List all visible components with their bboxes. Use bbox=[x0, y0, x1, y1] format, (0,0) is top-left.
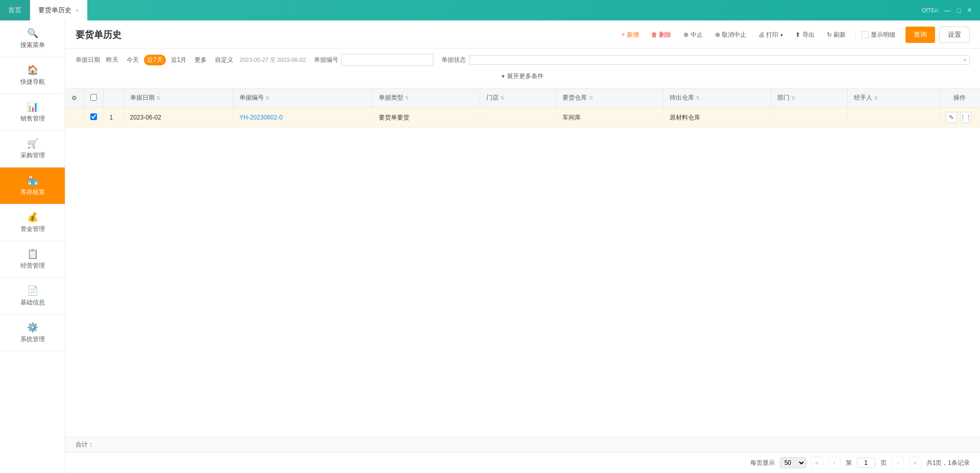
date-pill-1month[interactable]: 近1月 bbox=[168, 55, 190, 65]
print-button[interactable]: 🖨 打印 ▾ bbox=[755, 29, 786, 41]
content-area: 要货单历史 + 新增 🗑 删除 ⊗ 中止 ⊗ 取消中止 bbox=[65, 20, 980, 473]
cancel-stop-label: ⊗ 取消中止 bbox=[715, 31, 746, 39]
per-page-select[interactable]: 50 10 20 100 bbox=[780, 457, 806, 468]
tab-home[interactable]: 首页 bbox=[0, 0, 30, 20]
cell-handler bbox=[847, 108, 939, 128]
row-delete-button[interactable]: ⋮⋮ bbox=[960, 112, 971, 123]
sidebar-item-purchase[interactable]: 🛒 采购管理 bbox=[0, 131, 65, 168]
status-dropdown-icon: ▾ bbox=[964, 57, 966, 63]
col-department[interactable]: 部门 bbox=[771, 88, 847, 108]
filter-row: 单据日期 昨天 今天 近7天 近1月 更多 自定义 2023-05-27 至 2… bbox=[76, 54, 970, 66]
prev-page-button[interactable]: ‹ bbox=[828, 457, 841, 469]
col-settings[interactable]: ⚙ bbox=[65, 88, 84, 108]
sidebar-item-inventory-label: 库存核算 bbox=[20, 188, 45, 197]
query-button[interactable]: 查询 bbox=[905, 27, 935, 43]
doc-number-label: 单据编号 bbox=[314, 56, 338, 64]
display-cell-button[interactable]: 显示明细 bbox=[862, 31, 895, 39]
sidebar-item-system[interactable]: ⚙️ 系统管理 bbox=[0, 315, 65, 351]
expand-label: 展开更多条件 bbox=[507, 72, 544, 81]
main-layout: 🔍 搜索菜单 🏠 快捷导航 📊 销售管理 🛒 采购管理 🏪 库存核算 💰 bbox=[0, 20, 980, 473]
col-doc-type[interactable]: 单据类型 bbox=[372, 88, 480, 108]
doc-status-label: 单据状态 bbox=[442, 56, 466, 64]
sidebar-item-inventory[interactable]: 🏪 库存核算 bbox=[0, 168, 65, 204]
date-pill-custom[interactable]: 自定义 bbox=[212, 55, 236, 65]
date-pill-more[interactable]: 更多 bbox=[191, 55, 210, 65]
select-all-checkbox[interactable] bbox=[90, 94, 97, 101]
sales-icon: 📊 bbox=[27, 101, 38, 112]
doc-date-label: 单据日期 bbox=[76, 56, 100, 64]
page-number-input[interactable] bbox=[857, 458, 875, 468]
delete-button[interactable]: 🗑 删除 bbox=[648, 29, 674, 41]
settings-button[interactable]: 设置 bbox=[939, 27, 970, 43]
last-page-button[interactable]: » bbox=[909, 457, 921, 469]
minimize-button[interactable]: — bbox=[944, 7, 951, 14]
col-handler[interactable]: 经手人 bbox=[847, 88, 939, 108]
first-page-button[interactable]: « bbox=[811, 457, 823, 469]
maximize-button[interactable]: □ bbox=[957, 7, 961, 14]
col-checkbox bbox=[84, 88, 103, 108]
sidebar-item-sales[interactable]: 📊 销售管理 bbox=[0, 94, 65, 131]
sidebar-item-finance[interactable]: 💰 资金管理 bbox=[0, 204, 65, 241]
stop-button[interactable]: ⊗ 中止 bbox=[680, 29, 705, 41]
new-button[interactable]: + 新增 bbox=[619, 29, 642, 41]
header-actions: + 新增 🗑 删除 ⊗ 中止 ⊗ 取消中止 🖨 打印 bbox=[619, 27, 970, 43]
cell-settings bbox=[65, 108, 84, 128]
expand-icon: ▾ bbox=[502, 73, 505, 80]
cell-checkbox bbox=[84, 108, 103, 128]
cancel-stop-button[interactable]: ⊗ 取消中止 bbox=[712, 29, 749, 41]
date-pills: 昨天 今天 近7天 近1月 更多 自定义 bbox=[103, 55, 236, 65]
tab-close-icon[interactable]: × bbox=[76, 7, 79, 13]
table-row: 1 2023-06-02 YH-20230602-0 要货单要货 车间库 原材料… bbox=[65, 108, 980, 128]
col-doc-no[interactable]: 单据编号 bbox=[233, 88, 373, 108]
finance-icon: 💰 bbox=[27, 211, 38, 223]
cell-req-warehouse: 车间库 bbox=[556, 108, 663, 128]
total-info: 共1页，1条记录 bbox=[926, 459, 970, 467]
col-doc-date[interactable]: 单据日期 bbox=[124, 88, 233, 108]
export-button[interactable]: ⬆ 导出 bbox=[792, 29, 817, 41]
top-bar: 首页 要货单历史 × OfTEn — □ × bbox=[0, 0, 980, 20]
page-suffix: 页 bbox=[880, 459, 887, 467]
display-cell-label: 显示明细 bbox=[871, 31, 895, 39]
doc-number-input[interactable] bbox=[341, 54, 433, 66]
inventory-icon: 🏪 bbox=[27, 175, 38, 186]
table-footer: 合计： bbox=[65, 437, 980, 452]
print-dropdown-icon[interactable]: ▾ bbox=[780, 32, 783, 38]
col-store[interactable]: 门店 bbox=[480, 88, 556, 108]
col-req-warehouse[interactable]: 要货仓库 bbox=[556, 88, 663, 108]
export-label: ⬆ 导出 bbox=[795, 31, 814, 39]
cell-pending-warehouse: 原材料仓库 bbox=[663, 108, 771, 128]
doc-status-select[interactable]: ▾ bbox=[469, 55, 970, 65]
cell-ops: ✎ ⋮⋮ bbox=[939, 108, 980, 128]
data-table: ⚙ 单据日期 单据编号 单据类 bbox=[65, 88, 980, 128]
sidebar-item-quick-nav[interactable]: 🏠 快捷导航 bbox=[0, 57, 65, 94]
col-pending-warehouse[interactable]: 待出仓库 bbox=[663, 88, 771, 108]
doc-no-link[interactable]: YH-20230602-0 bbox=[239, 114, 283, 121]
operations-icon: 📋 bbox=[27, 248, 38, 259]
row-checkbox[interactable] bbox=[90, 113, 97, 120]
close-button[interactable]: × bbox=[967, 6, 972, 15]
table-container: ⚙ 单据日期 单据编号 单据类 bbox=[65, 88, 980, 437]
sidebar-item-search-menu-label: 搜索菜单 bbox=[20, 41, 45, 50]
refresh-button[interactable]: ↻ 刷新 bbox=[824, 29, 849, 41]
sidebar-item-operations[interactable]: 📋 经营管理 bbox=[0, 241, 65, 278]
date-pill-7days[interactable]: 近7天 bbox=[144, 55, 166, 65]
sidebar-item-sales-label: 销售管理 bbox=[20, 114, 45, 123]
sidebar-item-basic-info[interactable]: 📄 基础信息 bbox=[0, 278, 65, 315]
tab-purchase-history[interactable]: 要货单历史 × bbox=[30, 0, 87, 20]
refresh-label: ↻ 刷新 bbox=[827, 31, 846, 39]
row-edit-button[interactable]: ✎ bbox=[946, 112, 957, 123]
date-pill-yesterday[interactable]: 昨天 bbox=[103, 55, 121, 65]
date-pill-today[interactable]: 今天 bbox=[124, 55, 142, 65]
next-page-button[interactable]: › bbox=[892, 457, 904, 469]
often-label: OfTEn bbox=[922, 7, 938, 13]
display-cell-checkbox bbox=[862, 31, 869, 38]
sidebar-item-search-menu[interactable]: 🔍 搜索菜单 bbox=[0, 20, 65, 57]
cell-doc-no: YH-20230602-0 bbox=[233, 108, 373, 128]
sidebar-item-operations-label: 经营管理 bbox=[20, 262, 45, 270]
pagination-bar: 每页显示 50 10 20 100 « ‹ 第 页 › » 共1页，1条记录 bbox=[65, 452, 980, 473]
toolbar-divider bbox=[855, 31, 855, 39]
cell-doc-type: 要货单要货 bbox=[372, 108, 480, 128]
date-range-text: 2023-05-27 至 2023-06-02 bbox=[239, 56, 306, 64]
expand-more-conditions[interactable]: ▾ 展开更多条件 bbox=[498, 70, 548, 83]
quick-nav-icon: 🏠 bbox=[27, 64, 38, 76]
